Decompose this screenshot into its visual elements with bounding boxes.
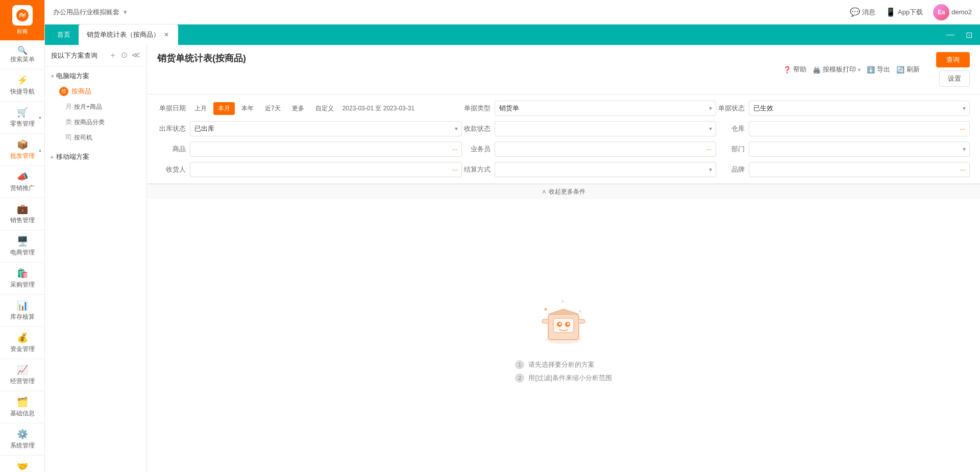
warehouse-label: 仓库 — [716, 124, 745, 133]
salesperson-control: ··· — [495, 141, 716, 157]
filter-salesperson: 业务员 ··· — [462, 141, 716, 157]
filter-product: 商品 ··· — [157, 141, 462, 157]
left-panel: 按以下方案查询 ＋ ⊙ ≪ ▾ 电脑端方案 按 按商品 月 按月+ — [45, 45, 147, 472]
filter-warehouse: 仓库 ··· — [716, 121, 970, 136]
svg-rect-10 — [578, 319, 585, 323]
salesperson-input[interactable] — [495, 141, 716, 157]
sidebar-search[interactable]: 🔍 搜索菜单 — [0, 40, 44, 69]
settlement-input[interactable] — [495, 162, 716, 177]
sidebar-item-basic[interactable]: 🗂️ 基础信息 — [0, 391, 44, 423]
empty-state: ✦ ✦ ✦ 1 请先选择要分析的方案 2 用[过滤]条件来缩小分析范围 — [147, 199, 980, 472]
svg-text:✦: ✦ — [543, 306, 548, 313]
date-label: 单据日期 — [157, 104, 186, 113]
brand-dots-btn[interactable]: ··· — [960, 166, 966, 174]
tab-home[interactable]: 首页 — [49, 25, 79, 45]
edit-scheme-btn[interactable]: ⊙ — [121, 50, 128, 61]
sidebar-item-retail[interactable]: 🛒 零售管理 ▾ — [0, 102, 44, 134]
brand-label: 品牌 — [716, 165, 745, 174]
date-range: 2023-03-01 至 2023-03-31 — [342, 104, 414, 113]
date-tab-7days[interactable]: 近7天 — [260, 102, 285, 115]
message-btn[interactable]: 💬 消息 — [850, 7, 875, 17]
pc-scheme-header[interactable]: ▾ 电脑端方案 — [45, 68, 146, 84]
avatar: Ea — [933, 4, 949, 20]
sidebar-item-operations[interactable]: 📈 经营管理 — [0, 359, 44, 391]
payment-status-input[interactable] — [495, 121, 716, 136]
svg-text:✦: ✦ — [578, 309, 582, 314]
svg-point-0 — [16, 9, 29, 21]
date-tab-this-month[interactable]: 本月 — [213, 102, 235, 115]
scheme-by-category[interactable]: 类 按商品分类 — [45, 114, 146, 130]
tab-sales-stats[interactable]: 销货单统计表（按商品） ✕ — [79, 25, 178, 45]
filter-payment-status: 收款状态 — [462, 121, 716, 136]
date-tabs: 上月 本月 本年 近7天 更多 自定义 — [190, 102, 338, 115]
scheme-by-cashier[interactable]: 司 按司机 — [45, 130, 146, 145]
tab-maximize-btn[interactable]: ⊡ — [962, 28, 976, 42]
empty-hints: 1 请先选择要分析的方案 2 用[过滤]条件来缩小分析范围 — [515, 360, 611, 383]
export-btn[interactable]: ⬇️ 导出 — [867, 65, 890, 74]
settlement-label: 结算方式 — [462, 165, 491, 174]
collapse-bar[interactable]: ∧ 收起更多条件 — [147, 184, 980, 199]
product-dots-btn[interactable]: ··· — [452, 145, 458, 153]
out-status-label: 出库状态 — [157, 124, 186, 133]
tab-close-btn[interactable]: ✕ — [163, 30, 170, 39]
sidebar: 标账 🔍 搜索菜单 ⚡ 快捷导航 🛒 零售管理 ▾ 📦 批发管理 ▴ 📣 营销推… — [0, 0, 45, 472]
sidebar-item-marketing[interactable]: 📣 营销推广 — [0, 166, 44, 198]
settlement-select-wrapper — [495, 162, 716, 177]
sidebar-item-finance[interactable]: 💰 资金管理 — [0, 327, 44, 359]
top-header: 办公用品行业模拟账套 ▾ 💬 消息 📱 App下载 Ea demo2 — [45, 0, 980, 25]
sidebar-item-system[interactable]: ⚙️ 系统管理 — [0, 423, 44, 456]
svg-point-7 — [559, 323, 561, 325]
warehouse-dots-btn[interactable]: ··· — [960, 125, 966, 133]
scheme-by-product[interactable]: 按 按商品 — [45, 84, 146, 99]
pc-scheme-group: ▾ 电脑端方案 按 按商品 月 按月+商品 类 按商品分类 司 按司机 — [45, 66, 146, 147]
collapse-scheme-btn[interactable]: ≪ — [132, 50, 140, 61]
sidebar-item-enterprise[interactable]: 🤝 企业协同 — [0, 456, 44, 472]
sidebar-item-wholesale[interactable]: 📦 批发管理 ▴ — [0, 134, 44, 166]
sidebar-item-inventory[interactable]: 📊 库存核算 — [0, 295, 44, 327]
date-tab-more[interactable]: 更多 — [287, 102, 309, 115]
filter-area: 单据日期 上月 本月 本年 近7天 更多 自定义 20 — [147, 95, 980, 184]
header-left: 办公用品行业模拟账套 ▾ — [53, 8, 127, 17]
filter-section: 单据日期 上月 本月 本年 近7天 更多 自定义 20 — [147, 95, 980, 199]
date-tab-this-year[interactable]: 本年 — [237, 102, 258, 115]
add-scheme-btn[interactable]: ＋ — [109, 50, 117, 61]
settings-button[interactable]: 设置 — [939, 70, 970, 87]
sidebar-logo: 标账 — [0, 0, 44, 40]
app-download-btn[interactable]: 📱 App下载 — [886, 7, 923, 17]
receiver-input[interactable] — [190, 162, 462, 177]
print-btn[interactable]: 🖨️ 按模板打印 ▾ — [813, 65, 861, 74]
tab-minimize-btn[interactable]: — — [943, 28, 958, 42]
mobile-scheme-header[interactable]: ▸ 移动端方案 — [45, 149, 146, 164]
sidebar-item-purchase[interactable]: 🛍️ 采购管理 — [0, 263, 44, 295]
sidebar-item-quick-nav[interactable]: ⚡ 快捷导航 — [0, 69, 44, 102]
filter-out-status: 出库状态 — [157, 121, 462, 136]
department-select-wrapper — [749, 141, 970, 157]
industry-dropdown-arrow[interactable]: ▾ — [124, 8, 127, 16]
scheme-by-month-product[interactable]: 月 按月+商品 — [45, 99, 146, 114]
warehouse-input[interactable] — [749, 121, 970, 136]
user-avatar[interactable]: Ea demo2 — [933, 4, 972, 20]
sidebar-item-sales[interactable]: 💼 销售管理 — [0, 198, 44, 230]
doc-status-select-wrapper — [749, 101, 970, 116]
out-status-input[interactable] — [190, 121, 462, 136]
help-btn[interactable]: ❓ 帮助 — [783, 65, 806, 74]
receiver-dots-btn[interactable]: ··· — [452, 166, 458, 174]
brand-input[interactable] — [749, 162, 970, 177]
date-tab-last-month[interactable]: 上月 — [190, 102, 211, 115]
query-button[interactable]: 查询 — [936, 52, 970, 67]
sidebar-item-ecommerce[interactable]: 🖥️ 电商管理 — [0, 230, 44, 263]
payment-status-select-wrapper — [495, 121, 716, 136]
empty-illustration: ✦ ✦ ✦ — [533, 289, 594, 350]
doc-status-input[interactable] — [749, 101, 970, 116]
date-filter: 上月 本月 本年 近7天 更多 自定义 2023-03-01 至 2023-03… — [190, 102, 462, 115]
doc-type-input[interactable] — [495, 101, 716, 116]
page-header: 销货单统计表(按商品) ❓ 帮助 🖨️ 按模板打印 ▾ ⬇️ 导出 — [147, 45, 980, 95]
department-input[interactable] — [749, 141, 970, 157]
filter-row-3: 商品 ··· 业务员 ··· — [157, 141, 970, 157]
product-input[interactable] — [190, 141, 462, 157]
empty-hint-2: 2 用[过滤]条件来缩小分析范围 — [515, 373, 611, 383]
date-tab-custom[interactable]: 自定义 — [311, 102, 338, 115]
refresh-btn[interactable]: 🔄 刷新 — [896, 65, 920, 74]
salesperson-dots-btn[interactable]: ··· — [706, 145, 712, 153]
left-panel-icons: ＋ ⊙ ≪ — [109, 50, 140, 61]
